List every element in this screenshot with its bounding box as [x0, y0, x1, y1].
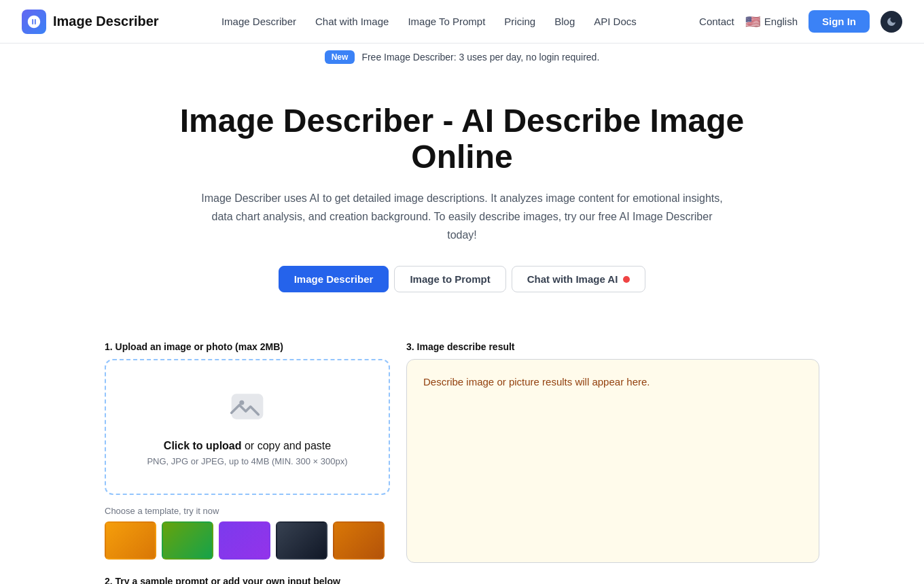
upload-click-text: Click to upload or copy and paste	[122, 440, 372, 452]
navbar: Image Describer Image Describer Chat wit…	[0, 0, 924, 44]
nav-chat-with-image[interactable]: Chat with Image	[315, 16, 389, 27]
upload-section: 1. Upload an image or photo (max 2MB) Cl…	[105, 341, 390, 584]
hero-title: Image Describer - AI Describe Image Onli…	[173, 103, 751, 175]
tab-chat-with-image-ai[interactable]: Chat with Image AI	[512, 266, 646, 292]
nav-pricing[interactable]: Pricing	[504, 16, 535, 27]
new-badge: New	[325, 50, 355, 64]
template-item-1[interactable]	[105, 521, 156, 560]
tab-image-to-prompt[interactable]: Image to Prompt	[394, 266, 505, 292]
mode-tabs: Image Describer Image to Prompt Chat wit…	[173, 266, 751, 292]
prompt-section: 2. Try a sample prompt or add your own i…	[105, 576, 390, 584]
upload-or-text: or copy and paste	[242, 440, 332, 451]
nav-image-describer[interactable]: Image Describer	[221, 16, 296, 27]
nav-api-docs[interactable]: API Docs	[594, 16, 637, 27]
template-label: Choose a template, try it now	[105, 506, 390, 516]
nav-image-to-prompt[interactable]: Image To Prompt	[408, 16, 485, 27]
theme-toggle-button[interactable]	[881, 11, 902, 33]
click-upload-label: Click to upload	[164, 440, 242, 451]
live-dot-icon	[623, 276, 630, 283]
result-placeholder-text: Describe image or picture results will a…	[423, 376, 650, 388]
nav-blog[interactable]: Blog	[554, 16, 575, 27]
banner-text: Free Image Describer: 3 uses per day, no…	[361, 52, 599, 63]
language-label: English	[764, 16, 798, 27]
template-item-2[interactable]	[162, 521, 213, 560]
flag-icon: 🇺🇸	[745, 14, 760, 29]
logo-text: Image Describer	[53, 14, 159, 29]
upload-dropzone[interactable]: Click to upload or copy and paste PNG, J…	[105, 359, 390, 495]
logo[interactable]: Image Describer	[22, 10, 159, 34]
result-area: Describe image or picture results will a…	[406, 359, 819, 563]
logo-icon	[22, 10, 46, 34]
template-item-5[interactable]	[333, 521, 385, 560]
signin-button[interactable]: Sign In	[808, 10, 870, 33]
result-step-label: 3. Image describe result	[406, 341, 819, 352]
hero-section: Image Describer - AI Describe Image Onli…	[156, 71, 768, 341]
result-section: 3. Image describe result Describe image …	[406, 341, 819, 584]
hero-description: Image Describer uses AI to get detailed …	[197, 189, 727, 245]
nav-right: Contact 🇺🇸 English Sign In	[699, 10, 902, 33]
upload-step-label: 1. Upload an image or photo (max 2MB)	[105, 341, 390, 352]
nav-links: Image Describer Chat with Image Image To…	[221, 16, 637, 27]
upload-image-icon	[122, 388, 372, 433]
language-selector[interactable]: 🇺🇸 English	[745, 14, 798, 29]
upload-format-hint: PNG, JPG or JPEG, up to 4MB (MIN. 300 × …	[122, 456, 372, 466]
promo-banner: New Free Image Describer: 3 uses per day…	[0, 44, 924, 71]
prompt-step-label: 2. Try a sample prompt or add your own i…	[105, 576, 390, 584]
template-item-3[interactable]	[219, 521, 270, 560]
template-section: Choose a template, try it now	[105, 506, 390, 560]
tab-chat-label: Chat with Image AI	[527, 273, 618, 285]
template-grid	[105, 521, 390, 560]
main-content: 1. Upload an image or photo (max 2MB) Cl…	[88, 341, 836, 584]
nav-contact[interactable]: Contact	[699, 16, 734, 27]
template-item-4[interactable]	[276, 521, 327, 560]
tab-image-describer[interactable]: Image Describer	[279, 266, 389, 292]
